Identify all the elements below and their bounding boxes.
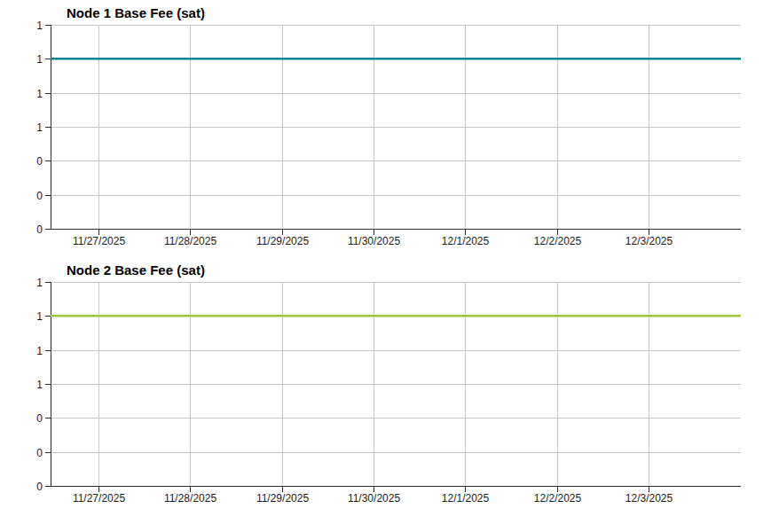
axes [45,282,741,492]
axes [45,25,741,235]
x-tick-label: 12/3/2025 [625,492,673,505]
y-tick-label: 0 [36,447,43,459]
y-tick-label: 0 [36,412,43,425]
node2-base-fee-plot: Node 2 Base Fee (sat) 111100011/27/20251… [0,257,763,532]
y-tick-label: 0 [36,223,43,236]
x-tick-label: 11/28/2025 [164,235,216,247]
chart-title: Node 2 Base Fee (sat) [67,262,205,278]
x-tick-label: 12/2/2025 [534,235,582,247]
node1-base-fee-chart: Node 1 Base Fee (sat) 111100011/27/20251… [0,0,763,257]
y-tick-label: 1 [36,53,43,66]
y-tick-label: 1 [36,345,43,357]
y-tick-label: 1 [36,121,43,134]
y-tick-label: 0 [36,481,43,493]
fee-dashboard: Node 1 Base Fee (sat) 111100011/27/20251… [0,0,763,532]
x-tick-label: 11/27/2025 [73,492,125,505]
x-tick-label: 12/3/2025 [625,235,673,247]
x-tick-label: 11/29/2025 [256,492,309,505]
x-tick-label: 11/28/2025 [164,492,216,505]
x-tick-label: 12/2/2025 [534,492,582,505]
y-tick-label: 1 [36,88,43,100]
axis-labels: 111100011/27/202511/28/202511/29/202511/… [36,277,673,505]
x-tick-label: 11/30/2025 [348,492,400,505]
y-tick-label: 1 [36,310,43,323]
axis-labels: 111100011/27/202511/28/202511/29/202511/… [36,20,673,248]
node1-base-fee-plot: Node 1 Base Fee (sat) 111100011/27/20251… [0,0,763,257]
x-tick-label: 12/1/2025 [442,492,490,505]
x-tick-label: 11/27/2025 [73,235,125,247]
gridlines [51,282,741,487]
x-tick-label: 11/29/2025 [256,235,309,247]
y-tick-label: 1 [36,379,43,391]
chart-title: Node 1 Base Fee (sat) [67,5,205,20]
x-tick-label: 12/1/2025 [442,235,490,247]
gridlines [51,25,741,230]
y-tick-label: 0 [36,155,43,168]
y-tick-label: 1 [36,277,43,289]
node2-base-fee-chart: Node 2 Base Fee (sat) 111100011/27/20251… [0,257,763,532]
x-tick-label: 11/30/2025 [348,235,400,247]
y-tick-label: 0 [36,190,43,202]
y-tick-label: 1 [36,20,43,32]
